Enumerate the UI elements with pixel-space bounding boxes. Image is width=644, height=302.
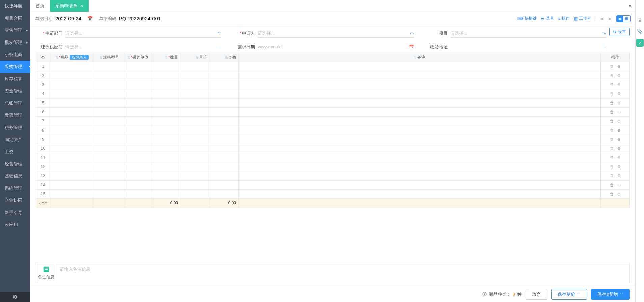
sidebar-item-14[interactable]: 基础信息 [0,170,30,182]
rail-doc-icon[interactable]: 🗎 [636,16,644,24]
add-row-icon[interactable]: ⊕ [617,164,621,169]
add-row-icon[interactable]: ⊕ [617,183,621,187]
sidebar-item-4[interactable]: 小畅电商 [0,49,30,61]
more-icon[interactable]: ⋯ [217,45,221,49]
sort-icon[interactable]: ⇅ [225,56,227,59]
add-row-icon[interactable]: ⊕ [617,110,621,114]
table-row[interactable]: 5🗑⊕ [36,99,630,108]
sort-icon[interactable]: ⇅ [55,56,58,59]
view-list-button[interactable]: ☰ [617,16,623,22]
delete-row-icon[interactable]: 🗑 [610,101,614,105]
more-icon[interactable]: ⋯ [602,45,606,49]
calendar-icon[interactable]: 📅 [409,45,414,49]
sidebar-item-18[interactable]: 云应用 [0,219,30,231]
delete-row-icon[interactable]: 🗑 [610,183,614,187]
sidebar-item-8[interactable]: 总账管理 [0,97,30,109]
delete-row-icon[interactable]: 🗑 [610,146,614,151]
table-row[interactable]: 9🗑⊕ [36,135,630,144]
table-row[interactable]: 2🗑⊕ [36,71,630,80]
project-input[interactable] [450,31,602,36]
rail-share-icon[interactable]: ↗ [636,39,644,47]
more-icon[interactable]: ⋯ [410,31,414,36]
sort-icon[interactable]: ⇅ [127,56,130,59]
delete-row-icon[interactable]: 🗑 [610,137,614,142]
sidebar-item-9[interactable]: 发票管理 [0,109,30,121]
close-all-tabs[interactable]: ✕ [625,0,635,12]
sort-icon[interactable]: ⇅ [100,56,102,59]
remarks-textarea[interactable] [56,263,629,282]
table-row[interactable]: 8🗑⊕ [36,126,630,135]
sidebar-item-6[interactable]: 库存核算 [0,73,30,85]
add-row-icon[interactable]: ⊕ [617,73,621,78]
delete-row-icon[interactable]: 🗑 [610,155,614,160]
sidebar-item-2[interactable]: 零售管理▾ [0,24,30,36]
tab-home[interactable]: 首页 [30,0,50,12]
action-link[interactable]: ≡操作 [558,16,570,21]
sidebar-item-11[interactable]: 固定资产 [0,134,30,146]
sidebar-item-3[interactable]: 批发管理▾ [0,36,30,49]
sidebar-item-12[interactable]: 工资 [0,146,30,158]
delete-row-icon[interactable]: 🗑 [610,128,614,133]
delete-row-icon[interactable]: 🗑 [610,192,614,196]
more-icon[interactable]: ⋯ [602,31,606,36]
sidebar-settings-button[interactable] [0,292,30,302]
add-row-icon[interactable]: ⊕ [617,64,621,69]
sidebar-item-7[interactable]: 资金管理 [0,85,30,97]
add-row-icon[interactable]: ⊕ [617,146,621,151]
sidebar-item-1[interactable]: 项目合同 [0,12,30,24]
delete-row-icon[interactable]: 🗑 [610,119,614,123]
delete-row-icon[interactable]: 🗑 [610,110,614,114]
form-settings-button[interactable]: ⚙ 设置 [609,28,630,36]
menu-link[interactable]: ☰菜单 [541,16,554,21]
table-row[interactable]: 3🗑⊕ [36,80,630,89]
calendar-icon[interactable]: 📅 [87,16,93,21]
sidebar-item-10[interactable]: 税务管理 [0,121,30,134]
delete-row-icon[interactable]: 🗑 [610,91,614,96]
tab-purchase-request[interactable]: 采购申请单 ✕ [50,0,89,12]
add-row-icon[interactable]: ⊕ [617,155,621,160]
add-row-icon[interactable]: ⊕ [617,101,621,105]
delete-row-icon[interactable]: 🗑 [610,64,614,69]
prev-doc-button[interactable]: ◀ [599,16,604,21]
table-row[interactable]: 4🗑⊕ [36,89,630,99]
sidebar-item-13[interactable]: 经营管理 [0,158,30,170]
view-card-button[interactable]: ▦ [623,16,630,22]
add-row-icon[interactable]: ⊕ [617,173,621,178]
sort-icon[interactable]: ⇅ [414,56,417,59]
address-input[interactable] [450,44,602,49]
department-input[interactable] [65,31,217,36]
supplier-input[interactable] [65,44,217,49]
delete-row-icon[interactable]: 🗑 [610,82,614,87]
table-row[interactable]: 1🗑⊕ [36,62,630,71]
add-row-icon[interactable]: ⊕ [617,137,621,142]
add-row-icon[interactable]: ⊕ [617,91,621,96]
table-row[interactable]: 14🗑⊕ [36,181,630,190]
close-icon[interactable]: ✕ [80,4,83,8]
delete-row-icon[interactable]: 🗑 [610,164,614,169]
add-row-icon[interactable]: ⊕ [617,128,621,133]
table-row[interactable]: 6🗑⊕ [36,108,630,117]
gear-icon[interactable]: ⚙ [41,55,45,60]
add-row-icon[interactable]: ⊕ [617,82,621,87]
table-row[interactable]: 10🗑⊕ [36,144,630,153]
save-and-new-button[interactable]: 保存&新增﹀ [591,289,630,300]
shortcut-link[interactable]: ⌨快捷键 [517,16,537,21]
add-row-icon[interactable]: ⊕ [617,192,621,196]
sidebar-item-5[interactable]: 采购管理 [0,61,30,73]
sort-icon[interactable]: ⇅ [165,56,168,59]
save-draft-button[interactable]: 保存草稿﹀ [551,289,587,300]
sort-icon[interactable]: ⇅ [196,56,198,59]
table-row[interactable]: 15🗑⊕ [36,190,630,199]
sidebar-item-0[interactable]: 快捷导航 [0,0,30,12]
delete-row-icon[interactable]: 🗑 [610,173,614,178]
next-doc-button[interactable]: ▶ [608,16,612,21]
sidebar-item-17[interactable]: 新手引导 [0,207,30,219]
discard-button[interactable]: 放弃 [526,289,547,300]
scan-input-badge[interactable]: 扫码录入 [70,55,89,60]
sidebar-item-16[interactable]: 企业协同 [0,194,30,207]
table-row[interactable]: 11🗑⊕ [36,153,630,162]
workbench-link[interactable]: ▦工作台 [574,16,591,21]
sidebar-item-15[interactable]: 系统管理 [0,182,30,194]
rail-attach-icon[interactable]: 📎 [636,28,644,35]
applicant-input[interactable] [258,31,410,36]
